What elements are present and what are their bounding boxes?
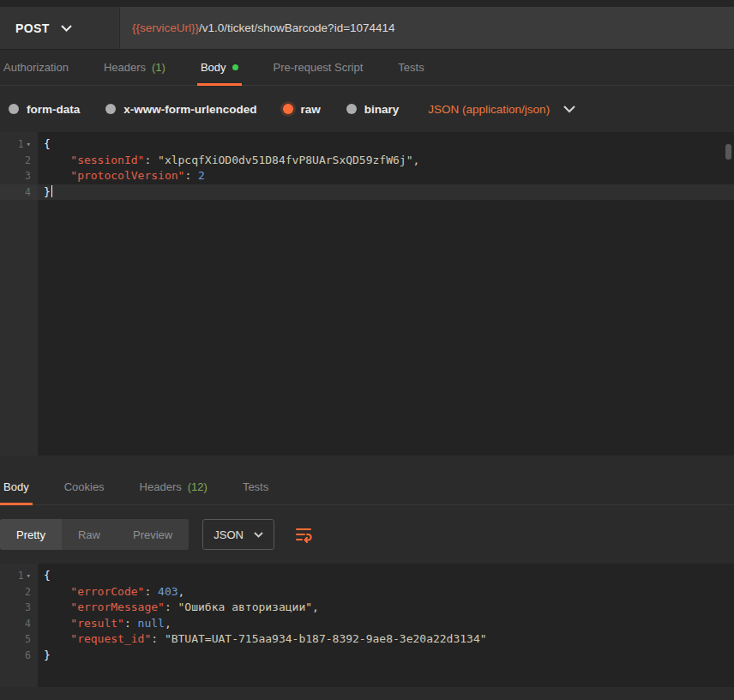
url-input[interactable]: {{serviceUrl}}/v1.0/ticket/showBarcode?i…: [120, 7, 734, 49]
green-dot-icon: [232, 64, 238, 70]
line-number: 3: [0, 600, 38, 616]
body-mode-binary[interactable]: binary: [346, 103, 400, 116]
url-variable: {{serviceUrl}}: [132, 21, 199, 34]
code-line: 3 "errorMessage": "Ошибка авторизации",: [0, 600, 734, 616]
radio-icon: [9, 104, 19, 114]
method-label: POST: [15, 21, 50, 35]
chevron-down-icon: [563, 106, 575, 113]
body-mode-row: form-datax-www-form-urlencodedrawbinary …: [0, 86, 734, 132]
code-line: 4 "result": null,: [0, 616, 734, 632]
tab-label: Cookies: [64, 480, 105, 493]
line-number: 3: [0, 168, 38, 184]
code-text: "sessionId": "xlpcqfXiOD0dv51D84fvP8UArS…: [38, 153, 734, 169]
response-panel: BodyCookiesHeaders(12)Tests PrettyRawPre…: [0, 469, 734, 687]
body-mode-raw[interactable]: raw: [283, 103, 321, 116]
tab-label: Tests: [398, 61, 424, 74]
tab-count-badge: (1): [152, 61, 165, 74]
wrap-lines-button[interactable]: [288, 519, 319, 550]
request-body-editor[interactable]: 1▾{2 "sessionId": "xlpcqfXiOD0dv51D84fvP…: [0, 132, 734, 456]
tab-count-badge: (12): [188, 480, 208, 493]
radio-label: binary: [364, 103, 400, 116]
req-tab-pre-request-script[interactable]: Pre-request Script: [272, 50, 365, 85]
code-line: 5 "request_id": "BTUAT=UAT-715aa934-b187…: [0, 631, 734, 648]
chevron-down-icon: [61, 25, 72, 32]
response-format-dropdown[interactable]: JSON: [202, 519, 274, 550]
radio-label: raw: [301, 103, 321, 116]
line-number: 2: [0, 153, 38, 169]
fold-arrow-icon[interactable]: ▾: [27, 568, 31, 584]
chevron-down-icon: [254, 532, 263, 538]
postman-app: POST {{serviceUrl}}/v1.0/ticket/showBarc…: [0, 0, 734, 700]
code-text: {: [38, 136, 734, 153]
code-text: }: [38, 648, 734, 664]
tab-label: Headers: [140, 480, 182, 493]
code-text: "errorCode": 403,: [38, 584, 734, 600]
radio-label: x-www-form-urlencoded: [123, 103, 256, 116]
res-tab-headers[interactable]: Headers(12): [138, 469, 209, 504]
line-number: 1▾: [0, 568, 38, 584]
tab-label: Body: [201, 61, 226, 74]
code-text: }: [38, 184, 734, 201]
body-mode-options: form-datax-www-form-urlencodedrawbinary: [9, 103, 399, 116]
request-tabs: AuthorizationHeaders(1)BodyPre-request S…: [0, 50, 734, 86]
code-text: {: [38, 568, 734, 584]
code-line: 2 "sessionId": "xlpcqfXiOD0dv51D84fvP8UA…: [0, 153, 734, 169]
req-tab-body[interactable]: Body: [199, 50, 240, 85]
text-cursor: [51, 185, 52, 197]
tab-label: Body: [3, 480, 29, 493]
code-line: 6}: [0, 648, 734, 664]
res-tab-body[interactable]: Body: [2, 469, 31, 504]
req-tab-tests[interactable]: Tests: [396, 50, 425, 85]
req-tab-headers[interactable]: Headers(1): [102, 50, 167, 85]
url-path: /v1.0/ticket/showBarcode?id=1074414: [199, 21, 395, 34]
tab-label: Tests: [243, 480, 268, 493]
line-number: 4: [0, 616, 38, 632]
line-number: 5: [0, 631, 38, 648]
wrap-lines-icon: [294, 525, 313, 544]
tab-label: Pre-request Script: [274, 61, 364, 74]
response-toolbar: PrettyRawPreview JSON: [0, 505, 734, 564]
response-code: 1▾{2 "errorCode": 403,3 "errorMessage": …: [0, 564, 734, 663]
view-mode-segments: PrettyRawPreview: [0, 519, 189, 550]
top-strip: [0, 0, 734, 7]
request-code: 1▾{2 "sessionId": "xlpcqfXiOD0dv51D84fvP…: [0, 132, 734, 200]
code-line: 1▾{: [0, 136, 734, 153]
body-mode-x-www-form-urlencoded[interactable]: x-www-form-urlencoded: [105, 103, 256, 116]
res-tab-tests[interactable]: Tests: [241, 469, 270, 504]
req-tab-authorization[interactable]: Authorization: [2, 50, 70, 85]
code-line: 1▾{: [0, 568, 734, 584]
line-number: 4: [0, 184, 38, 201]
code-line: 4}: [0, 184, 734, 201]
code-line: 2 "errorCode": 403,: [0, 584, 734, 600]
format-label: JSON: [214, 528, 244, 541]
fold-arrow-icon[interactable]: ▾: [27, 136, 31, 153]
tab-label: Authorization: [3, 61, 69, 74]
line-number: 2: [0, 584, 38, 600]
response-body-editor[interactable]: 1▾{2 "errorCode": 403,3 "errorMessage": …: [0, 564, 734, 687]
scrollbar-thumb[interactable]: [725, 144, 731, 160]
res-tab-cookies[interactable]: Cookies: [63, 469, 106, 504]
radio-icon: [346, 104, 357, 114]
tab-label: Headers: [104, 61, 146, 74]
method-dropdown[interactable]: POST: [0, 7, 120, 49]
code-text: "errorMessage": "Ошибка авторизации",: [38, 600, 734, 616]
line-number: 1▾: [0, 136, 38, 153]
content-type-label: JSON (application/json): [428, 103, 550, 116]
response-tabs: BodyCookiesHeaders(12)Tests: [0, 469, 734, 505]
code-text: "protocolVersion": 2: [38, 168, 734, 184]
code-text: "request_id": "BTUAT=UAT-715aa934-b187-8…: [38, 631, 734, 648]
radio-label: form-data: [27, 103, 80, 116]
content-type-dropdown[interactable]: JSON (application/json): [428, 103, 575, 116]
line-number: 6: [0, 648, 38, 664]
request-url-bar: POST {{serviceUrl}}/v1.0/ticket/showBarc…: [0, 7, 734, 50]
view-preview-button[interactable]: Preview: [117, 519, 189, 550]
radio-icon: [105, 104, 116, 114]
radio-icon: [283, 104, 293, 114]
code-line: 3 "protocolVersion": 2: [0, 168, 734, 184]
view-raw-button[interactable]: Raw: [62, 519, 117, 550]
body-mode-form-data[interactable]: form-data: [9, 103, 80, 116]
view-pretty-button[interactable]: Pretty: [0, 519, 62, 550]
code-text: "result": null,: [38, 616, 734, 632]
